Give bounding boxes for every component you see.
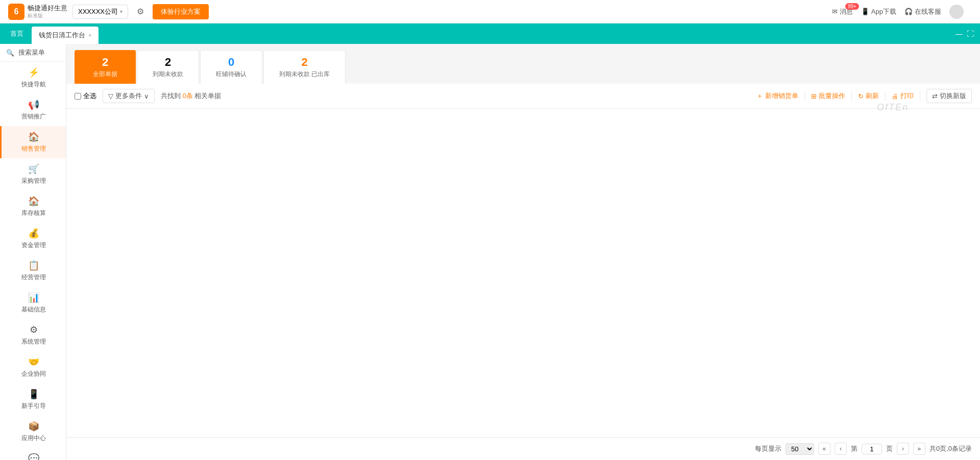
inventory-icon: 🏠 <box>28 196 39 207</box>
divider-1 <box>804 91 805 101</box>
chevron-down-icon: ▾ <box>120 9 122 14</box>
sidebar-item-label: 企业协同 <box>21 370 46 378</box>
switch-version-button[interactable]: ⇄ 切换新版 <box>926 89 972 103</box>
tab-collapse-icon[interactable]: — <box>955 30 963 38</box>
message-badge: 99+ <box>845 3 859 10</box>
tab-active[interactable]: 钱货日清工作台 × <box>32 27 99 44</box>
sidebar-item-inventory[interactable]: 🏠 库存核算 <box>0 190 66 223</box>
sidebar-item-label: 系统管理 <box>21 337 46 346</box>
top-header: 6 畅捷通好生意 标准版 XXXXXX公司 ▾ ⚙ 体验行业方案 ✉ 消息 99… <box>0 0 980 23</box>
add-icon: ＋ <box>756 91 763 101</box>
tab-expand-icon[interactable]: ⛶ <box>967 30 974 38</box>
print-button[interactable]: 🖨 打印 <box>892 91 914 101</box>
divider-2 <box>851 91 852 101</box>
online-service-button[interactable]: 🎧 在线客服 <box>904 7 941 16</box>
sidebar-item-label: 销售管理 <box>21 144 46 153</box>
brand-name: 畅捷通好生意 <box>28 4 67 13</box>
prev-page-button[interactable]: ‹ <box>835 443 847 455</box>
company-selector[interactable]: XXXXXX公司 ▾ <box>72 5 128 19</box>
sidebar-item-sales[interactable]: 🏠 销售管理 <box>0 126 66 158</box>
header-left: 6 畅捷通好生意 标准版 XXXXXX公司 ▾ ⚙ 体验行业方案 <box>8 4 209 20</box>
total-records: 共0页,0条记录 <box>929 444 972 453</box>
experience-button[interactable]: 体验行业方案 <box>153 4 209 19</box>
company-name: XXXXXX公司 <box>78 7 118 16</box>
tab-bar-right: — ⛶ <box>955 30 980 38</box>
divider-4 <box>920 91 920 101</box>
stat-label-pending: 旺辅待确认 <box>216 70 247 79</box>
stat-tab-all[interactable]: 2 全部单据 <box>75 50 136 84</box>
operations-icon: 📋 <box>28 260 39 271</box>
sidebar-item-wechat[interactable]: 💬 企业微信 <box>0 448 66 460</box>
stat-tab-overdue[interactable]: 2 到期未收款 <box>137 50 199 84</box>
toolbar-right: ＋ 新增销货单 ⊞ 批量操作 ↻ 刷新 🖨 <box>756 89 972 103</box>
refresh-label: 刷新 <box>866 91 879 101</box>
sidebar-item-label: 营销推广 <box>21 112 46 121</box>
quick-nav-icon: ⚡ <box>28 67 39 78</box>
header-right: ✉ 消息 99+ 📱 App下载 🎧 在线客服 <box>832 5 972 19</box>
refresh-icon: ↻ <box>858 92 864 100</box>
first-page-button[interactable]: « <box>818 443 830 455</box>
settings-button[interactable]: ⚙ <box>133 5 148 19</box>
logo-icon: 6 <box>8 4 24 20</box>
sidebar-item-cooperation[interactable]: 🤝 企业协同 <box>0 351 66 383</box>
page-number-input[interactable] <box>862 444 882 454</box>
sidebar-item-marketing[interactable]: 📢 营销推广 <box>0 94 66 126</box>
add-order-button[interactable]: ＋ 新增销货单 <box>756 91 798 101</box>
found-suffix: 相关单据 <box>194 92 221 100</box>
print-label: 打印 <box>900 91 914 101</box>
select-all-input[interactable] <box>75 93 81 100</box>
tab-close-icon[interactable]: × <box>88 32 91 38</box>
sidebar-item-label: 应用中心 <box>21 434 46 443</box>
stat-tab-pending[interactable]: 0 旺辅待确认 <box>200 50 262 84</box>
stat-number-overdue-out: 2 <box>302 56 308 69</box>
sidebar-item-guide[interactable]: 📱 新手引导 <box>0 383 66 416</box>
stat-tab-overdue-out[interactable]: 2 到期未收款 已出库 <box>263 50 346 84</box>
sidebar-item-label: 新手引导 <box>21 402 46 410</box>
select-all-checkbox[interactable]: 全选 <box>75 91 96 101</box>
page-size-label: 每页显示 <box>755 444 781 453</box>
refresh-button[interactable]: ↻ 刷新 <box>858 91 879 101</box>
guide-icon: 📱 <box>28 389 39 400</box>
sidebar: 🔍 搜索菜单 ⚡ 快捷导航 📢 营销推广 🏠 销售管理 🛒 采购管理 🏠 库存核… <box>0 44 66 460</box>
service-label: 在线客服 <box>915 7 941 16</box>
main-layout: 🔍 搜索菜单 ⚡ 快捷导航 📢 营销推广 🏠 销售管理 🛒 采购管理 🏠 库存核… <box>0 44 980 460</box>
batch-button[interactable]: ⊞ 批量操作 <box>811 91 845 101</box>
switch-label: 切换新版 <box>940 91 966 101</box>
search-label: 搜索菜单 <box>18 48 45 57</box>
search-icon: 🔍 <box>6 49 14 57</box>
purchase-icon: 🛒 <box>28 163 39 175</box>
avatar[interactable] <box>949 5 964 19</box>
sidebar-item-system[interactable]: ⚙ 系统管理 <box>0 319 66 351</box>
finance-icon: 💰 <box>28 228 39 239</box>
sidebar-item-label: 采购管理 <box>21 177 46 185</box>
page-suffix: 页 <box>886 444 893 453</box>
sidebar-item-operations[interactable]: 📋 经营管理 <box>0 255 66 287</box>
last-page-button[interactable]: » <box>913 443 925 455</box>
print-icon: 🖨 <box>892 92 898 100</box>
app-icon: 📱 <box>861 8 869 15</box>
tab-home[interactable]: 首页 <box>2 23 32 44</box>
message-button[interactable]: ✉ 消息 99+ <box>832 7 853 16</box>
sidebar-item-finance[interactable]: 💰 资金管理 <box>0 223 66 255</box>
filter-icon: ▽ <box>108 92 113 100</box>
page-size-select[interactable]: 50 20 100 <box>786 443 814 455</box>
add-label: 新增销货单 <box>765 91 798 101</box>
logo-area: 6 畅捷通好生意 标准版 <box>8 4 67 20</box>
sidebar-item-label: 基础信息 <box>21 305 46 314</box>
sidebar-item-app-center[interactable]: 📦 应用中心 <box>0 416 66 448</box>
next-page-button[interactable]: › <box>897 443 909 455</box>
sidebar-search[interactable]: 🔍 搜索菜单 <box>0 44 66 62</box>
system-icon: ⚙ <box>30 324 38 335</box>
filter-label: 更多条件 <box>115 91 142 101</box>
sidebar-item-label: 经营管理 <box>21 273 46 282</box>
app-center-icon: 📦 <box>28 421 39 432</box>
sidebar-item-basic-info[interactable]: 📊 基础信息 <box>0 287 66 319</box>
sidebar-item-purchase[interactable]: 🛒 采购管理 <box>0 158 66 190</box>
sidebar-item-quick-nav[interactable]: ⚡ 快捷导航 <box>0 62 66 94</box>
message-icon: ✉ <box>832 8 838 15</box>
table-area <box>66 109 980 437</box>
stat-number-all: 2 <box>102 56 108 69</box>
basic-info-icon: 📊 <box>28 292 39 303</box>
app-download-button[interactable]: 📱 App下载 <box>861 7 896 16</box>
filter-button[interactable]: ▽ 更多条件 ∨ <box>103 89 155 103</box>
